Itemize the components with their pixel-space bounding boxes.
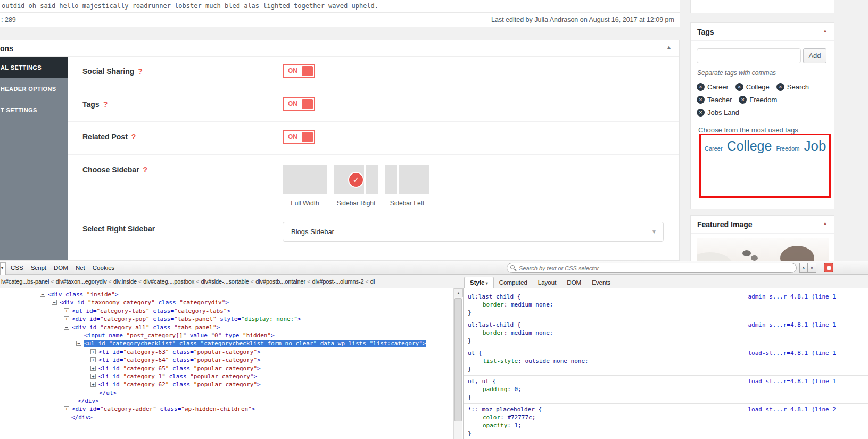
collapse-icon[interactable]: − <box>64 325 69 330</box>
social-sharing-toggle[interactable]: ON <box>283 64 315 78</box>
sidebar-item-al-settings[interactable]: AL SETTINGS <box>0 57 68 78</box>
dom-tree-node[interactable]: <input name="post_category[]" value="0" … <box>0 332 453 339</box>
next-match-button[interactable]: ∨ <box>808 263 816 273</box>
collapse-arrow-icon[interactable]: ▲ <box>666 44 672 50</box>
help-icon[interactable]: ? <box>138 67 143 76</box>
expand-icon[interactable]: + <box>64 308 69 313</box>
dom-node-source[interactable]: <div id="taxonomy-category" class="categ… <box>60 299 229 306</box>
breadcrumb-item[interactable]: div#categ....postbox <box>143 278 194 285</box>
dom-tree-node[interactable]: −<div class="inside"> <box>0 291 453 299</box>
breadcrumb-item[interactable]: iv#categ...bs-panel <box>1 278 49 285</box>
dom-node-source[interactable]: <div id="category-all" class="tabs-panel… <box>72 324 220 331</box>
breadcrumb-item[interactable]: div.inside <box>113 278 137 285</box>
tags-metabox-header[interactable]: Tags ▲ <box>691 23 834 41</box>
layout-thumbnail[interactable] <box>385 165 429 194</box>
remove-tag-icon[interactable]: × <box>776 83 784 91</box>
add-tag-button[interactable]: Add <box>803 48 826 63</box>
remove-tag-icon[interactable]: × <box>697 109 705 117</box>
tags-toggle[interactable]: ON <box>283 97 315 111</box>
dom-node-source[interactable]: <li id="category-65" class="popular-cate… <box>98 365 261 372</box>
firebug-tab-dom[interactable]: DOM <box>50 261 72 275</box>
dom-node-source[interactable]: <li id="category-1" class="popular-categ… <box>98 373 257 380</box>
dom-node-source[interactable]: <div id="category-pop" class="tabs-panel… <box>72 316 301 322</box>
dom-node-source[interactable]: <li id="category-62" class="popular-cate… <box>98 381 261 388</box>
remove-tag-icon[interactable]: × <box>697 83 705 91</box>
tagcloud-item[interactable]: College <box>727 138 772 153</box>
dom-tree-node[interactable]: −<div id="category-all" class="tabs-pane… <box>0 324 453 332</box>
expand-icon[interactable]: + <box>90 374 96 379</box>
featured-image-header[interactable]: Featured Image ▲ <box>691 216 834 234</box>
dom-node-source[interactable]: <li id="category-64" class="popular-cate… <box>98 357 261 363</box>
inspector-tab-layout[interactable]: Layout <box>533 277 562 288</box>
dom-node-source[interactable]: <ul id="category-tabs" class="category-t… <box>72 308 230 314</box>
source-link[interactable]: admin_s...r=4.8.1 (line 1 <box>748 321 836 329</box>
firebug-tab-cookies[interactable]: Cookies <box>89 261 119 275</box>
help-icon[interactable]: ? <box>103 100 108 109</box>
dom-tree-node[interactable]: +<div id="category-pop" class="tabs-pane… <box>0 315 453 323</box>
css-property[interactable]: border: medium none; <box>468 329 864 337</box>
dom-node-source[interactable]: </div> <box>78 397 99 404</box>
expand-icon[interactable]: + <box>64 316 69 321</box>
scrollbar-thumb[interactable] <box>454 298 462 421</box>
sidebar-option-full[interactable]: Full Width <box>283 165 327 207</box>
collapse-arrow-icon[interactable]: ▲ <box>823 28 828 34</box>
search-input[interactable] <box>507 263 797 273</box>
help-icon[interactable]: ? <box>143 165 148 174</box>
help-icon[interactable]: ? <box>131 132 136 141</box>
firebug-close-button[interactable] <box>824 263 833 272</box>
dom-node-source[interactable]: <li id="category-63" class="popular-cate… <box>98 349 261 355</box>
inspector-tab-computed[interactable]: Computed <box>494 277 533 288</box>
dom-tree-node[interactable]: +<li id="category-64" class="popular-cat… <box>0 356 453 364</box>
dom-node-source[interactable]: <div id="category-adder" class="wp-hidde… <box>72 405 255 412</box>
dom-node-source[interactable]: <ul id="categorychecklist" class="catego… <box>84 340 426 347</box>
sidebar-item-header-options[interactable]: HEADER OPTIONS <box>0 78 68 100</box>
dom-node-source[interactable]: <div class="inside"> <box>48 291 118 298</box>
source-link[interactable]: load-st...r=4.8.1 (line 2 <box>748 405 836 413</box>
source-link[interactable]: admin_s...r=4.8.1 (line 1 <box>748 293 836 301</box>
scroll-up-icon[interactable]: ▲ <box>454 288 463 297</box>
css-property[interactable]: opacity: 1; <box>468 421 864 429</box>
css-property[interactable]: list-style: outside none none; <box>468 357 864 365</box>
sidebar-option-right[interactable]: ✓Sidebar Right <box>334 165 378 207</box>
layout-thumbnail[interactable] <box>283 165 327 194</box>
dom-tree-node[interactable]: +<li id="category-62" class="popular-cat… <box>0 380 453 388</box>
inspector-tab-style[interactable]: Style <box>464 277 494 289</box>
source-link[interactable]: load-st...r=4.8.1 (line 1 <box>748 377 836 385</box>
css-property[interactable]: padding: 0; <box>468 385 864 393</box>
tagcloud-item[interactable]: Freedom <box>776 145 799 152</box>
dom-node-source[interactable]: </ul> <box>99 390 117 396</box>
tagcloud-item[interactable]: Career <box>705 145 723 152</box>
css-property[interactable]: color: #72777c; <box>468 413 864 421</box>
sidebar-item-t-settings[interactable]: T SETTINGS <box>0 100 68 121</box>
inspector-tab-dom[interactable]: DOM <box>561 277 586 288</box>
dom-tree-node[interactable]: </ul> <box>0 389 453 397</box>
dom-node-source[interactable]: <input name="post_category[]" value="0" … <box>84 332 275 339</box>
firebug-tab-script[interactable]: Script <box>27 261 50 275</box>
breadcrumb-item[interactable]: div#taxon...egorydiv <box>56 278 107 285</box>
remove-tag-icon[interactable]: × <box>739 96 747 104</box>
dom-tree-node[interactable]: +<li id="category-63" class="popular-cat… <box>0 348 453 356</box>
dom-tree-node[interactable]: +<div id="category-adder" class="wp-hidd… <box>0 405 453 413</box>
inspector-tab-events[interactable]: Events <box>586 277 616 288</box>
breadcrumb-item[interactable]: div#postb...ontainer <box>255 278 305 285</box>
firebug-tab-net[interactable]: Net <box>72 261 89 275</box>
most-used-tags-link[interactable]: Choose from the most used tags <box>698 126 798 134</box>
collapse-icon[interactable]: − <box>40 292 45 297</box>
dom-tree-node[interactable]: −<div id="taxonomy-category" class="cate… <box>0 299 453 307</box>
tagcloud-item[interactable]: Job <box>804 138 826 154</box>
dom-node-source[interactable]: </div> <box>71 414 93 421</box>
css-property[interactable]: border: medium none; <box>468 301 864 309</box>
breadcrumb-item[interactable]: div#post-...olumns-2 <box>312 278 363 285</box>
html-tab-fragment[interactable]: ▾ <box>0 262 6 275</box>
layout-thumbnail[interactable]: ✓ <box>334 165 378 194</box>
tagcloud-item[interactable]: Jobs <box>830 145 831 152</box>
expand-icon[interactable]: + <box>64 406 69 411</box>
new-tag-input[interactable] <box>697 48 801 63</box>
collapse-icon[interactable]: − <box>52 300 57 305</box>
dom-tree-node[interactable]: −<ul id="categorychecklist" class="categ… <box>0 339 453 347</box>
sidebar-option-left[interactable]: Sidebar Left <box>385 165 429 207</box>
dom-tree-node[interactable]: +<ul id="category-tabs" class="category-… <box>0 307 453 315</box>
previous-match-button[interactable]: ∧ <box>799 263 808 273</box>
collapse-arrow-icon[interactable]: ▲ <box>823 221 828 226</box>
dom-tree-node[interactable]: +<li id="category-1" class="popular-cate… <box>0 372 453 380</box>
